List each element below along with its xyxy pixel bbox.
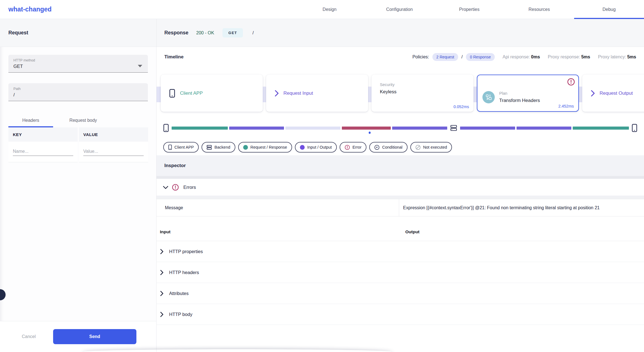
headers-table: KEY VALUE <box>8 127 148 162</box>
api-title: what-changed <box>8 6 52 13</box>
request-panel-header: Request <box>0 19 156 47</box>
legend-chip-error[interactable]: Error <box>340 142 366 153</box>
legend-label: Client APP <box>174 145 194 149</box>
bar-segment-request-response[interactable] <box>172 127 228 130</box>
bar-segment-input-output[interactable] <box>517 127 572 130</box>
tab-debug[interactable]: Debug <box>574 0 644 19</box>
inspector-header: Inspector <box>157 155 644 176</box>
timeline-legend: Client APP Backend Request / Response In… <box>157 139 644 155</box>
proxy-latency-value: 5ms <box>627 54 636 59</box>
response-policies-chip[interactable]: 0 Response <box>466 53 495 61</box>
bar-segment-input-output[interactable] <box>229 127 284 130</box>
legend-label: Conditional <box>382 145 402 149</box>
timeline-cards-row: Client APP Request Input Security Keyles… <box>157 67 644 112</box>
section-label: HTTP properties <box>169 249 203 254</box>
edge-toggle-button[interactable] <box>0 289 6 300</box>
client-app-icon <box>169 89 175 98</box>
legend-label: Backend <box>214 145 230 149</box>
legend-chip-not-executed[interactable]: Not executed <box>410 142 452 153</box>
legend-label: Error <box>352 145 361 149</box>
input-output-header: Input Output <box>157 229 644 241</box>
section-http-headers[interactable]: HTTP headers <box>157 262 644 283</box>
request-tabs: Headers Request body <box>8 113 148 127</box>
policies-separator: / <box>461 54 463 60</box>
tab-configuration[interactable]: Configuration <box>364 0 434 19</box>
table-row <box>8 142 148 162</box>
error-message-row: Message Expression [{#context.syntaxErro… <box>157 199 644 217</box>
proxy-response-metric: Proxy response:5ms <box>548 54 590 60</box>
tab-properties[interactable]: Properties <box>434 0 504 19</box>
path-field[interactable]: Path / <box>8 83 148 101</box>
policy-texts: Plan Transform Headers <box>499 91 540 103</box>
header-value-input[interactable] <box>83 147 144 156</box>
spacer <box>157 217 644 229</box>
response-panel: Response 200 - OK GET / Timeline Policie… <box>157 19 644 352</box>
chevron-down-icon <box>138 65 142 67</box>
card-label: Client APP <box>180 91 203 96</box>
policy-name: Transform Headers <box>499 98 540 103</box>
api-response-value: 0ms <box>531 54 540 59</box>
proxy-latency-metric: Proxy latency:5ms <box>598 54 636 60</box>
bar-segment-input-output[interactable] <box>460 127 515 130</box>
headers-table-head: KEY VALUE <box>8 127 148 142</box>
method-chip: GET <box>222 28 243 37</box>
tab-request-body[interactable]: Request body <box>53 113 113 127</box>
bar-segment-error-selected[interactable] <box>342 127 391 130</box>
legend-chip-input-output[interactable]: Input / Output <box>295 142 337 153</box>
output-column-header: Output <box>399 229 644 241</box>
divider <box>157 196 644 199</box>
main-content: Request HTTP method GET Path / Headers R… <box>0 19 644 352</box>
section-label: HTTP body <box>169 312 192 317</box>
message-label: Message <box>157 199 399 216</box>
proxy-response-label: Proxy response: <box>548 54 580 59</box>
legend-label: Request / Response <box>250 145 287 149</box>
section-attributes[interactable]: Attributes <box>157 283 644 304</box>
timeline-card-client-app[interactable]: Client APP <box>161 75 263 112</box>
legend-chip-conditional[interactable]: IF Conditional <box>369 142 408 153</box>
proxy-response-value: 5ms <box>581 54 590 59</box>
app-header: what-changed Design Configuration Proper… <box>0 0 644 19</box>
legend-chip-client-app[interactable]: Client APP <box>163 142 199 153</box>
timeline-header: Timeline Policies: 2 Request / 0 Respons… <box>157 47 644 67</box>
bar-segment-input-output[interactable] <box>392 127 447 130</box>
section-label: Attributes <box>169 291 189 296</box>
timeline-card-transform-headers[interactable]: Plan Transform Headers 2.452ms <box>477 75 579 112</box>
timeline-title: Timeline <box>164 54 184 60</box>
header-name-input[interactable] <box>13 147 73 156</box>
cancel-button[interactable]: Cancel <box>22 334 36 339</box>
section-http-body[interactable]: HTTP body <box>157 304 644 325</box>
errors-section-toggle[interactable]: Errors <box>157 179 644 196</box>
value-cell <box>79 142 148 162</box>
backend-icon <box>450 125 457 131</box>
bar-segment-not-executed[interactable] <box>285 127 340 130</box>
policy-duration: 2.452ms <box>558 104 574 108</box>
response-header: Response 200 - OK GET / <box>157 19 644 47</box>
api-response-metric: Api response:0ms <box>503 54 540 60</box>
tab-resources[interactable]: Resources <box>504 0 574 19</box>
chevron-down-icon <box>163 185 168 189</box>
send-button[interactable]: Send <box>53 329 136 344</box>
errors-label: Errors <box>183 185 196 190</box>
timeline-card-request-input[interactable]: Request Input <box>266 75 368 112</box>
http-method-label: HTTP method <box>13 58 143 62</box>
legend-chip-backend[interactable]: Backend <box>202 142 235 153</box>
status-badge: 200 - OK <box>196 30 214 35</box>
tab-design[interactable]: Design <box>295 0 364 19</box>
client-app-icon <box>168 144 172 150</box>
chevron-right-icon <box>160 312 164 317</box>
chevron-right-icon <box>591 90 595 97</box>
top-tabs: Design Configuration Properties Resource… <box>295 0 644 19</box>
timeline-cards-area: Client APP Request Input Security Keyles… <box>157 67 644 117</box>
card-label: Request Input <box>283 91 313 96</box>
bar-segment-request-response[interactable] <box>573 127 629 130</box>
timeline-bar-track <box>172 125 629 131</box>
http-method-select[interactable]: HTTP method GET <box>8 55 148 73</box>
chevron-right-icon <box>160 291 164 296</box>
timeline-card-request-output[interactable]: Request Output <box>582 75 644 112</box>
legend-chip-request-response[interactable]: Request / Response <box>238 142 292 153</box>
backend-icon <box>207 145 212 150</box>
timeline-card-security-keyless[interactable]: Security Keyless 0.052ms <box>371 75 473 112</box>
tab-headers[interactable]: Headers <box>8 113 53 127</box>
section-http-properties[interactable]: HTTP properties <box>157 241 644 262</box>
request-policies-chip[interactable]: 2 Request <box>432 53 458 61</box>
